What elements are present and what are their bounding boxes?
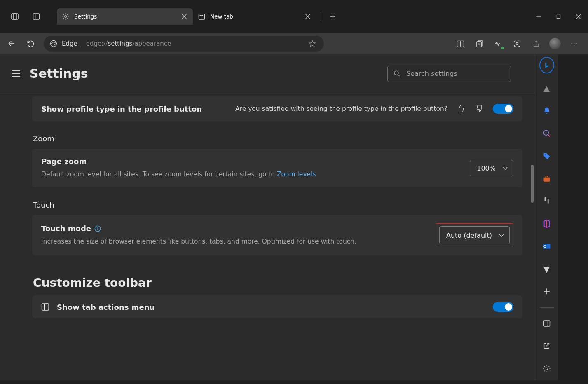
chevron-down-icon [499, 232, 504, 238]
search-icon [394, 70, 401, 77]
edge-sidebar: ▲ ▼ [535, 54, 558, 380]
sidebar-panel-icon[interactable] [539, 317, 554, 330]
scrollbar-thumb[interactable] [531, 165, 534, 203]
omnibox-url: edge://settings/appearance [86, 40, 171, 47]
zoom-dropdown[interactable]: 100% [470, 160, 513, 176]
games-icon[interactable] [539, 194, 554, 208]
setting-title: Page zoom [41, 157, 316, 166]
edge-logo-icon [49, 40, 58, 48]
svg-rect-2 [33, 14, 40, 19]
microsoft365-icon[interactable] [539, 217, 554, 231]
more-menu-icon[interactable] [566, 35, 582, 52]
tab-settings[interactable]: Settings [57, 8, 193, 25]
section-customize-toolbar: Customize toolbar [33, 276, 522, 290]
add-sidebar-icon[interactable] [539, 285, 554, 298]
svg-point-30 [576, 43, 576, 44]
tab-strip: Settings New tab [0, 0, 588, 33]
window-minimize-button[interactable] [529, 7, 548, 26]
search-sidebar-icon[interactable] [539, 127, 554, 140]
svg-point-29 [574, 43, 574, 44]
omnibox-separator [82, 40, 82, 47]
info-icon[interactable] [94, 225, 102, 233]
svg-point-46 [547, 199, 548, 200]
bing-chat-icon[interactable] [539, 58, 554, 73]
briefcase-icon[interactable] [539, 172, 554, 185]
svg-rect-7 [199, 14, 204, 19]
tab-title: New tab [210, 13, 299, 20]
setting-description: Default zoom level for all sites. To see… [41, 170, 316, 179]
svg-point-28 [572, 43, 572, 44]
svg-point-37 [98, 227, 98, 227]
outlook-icon[interactable] [539, 239, 554, 253]
window-maximize-button[interactable] [548, 7, 568, 26]
svg-line-35 [398, 75, 400, 76]
svg-rect-0 [12, 14, 16, 19]
svg-rect-52 [543, 321, 550, 326]
back-button[interactable] [3, 35, 20, 52]
search-placeholder: Search settings [406, 70, 457, 77]
close-icon[interactable] [304, 13, 312, 20]
window-close-button[interactable] [568, 7, 588, 26]
new-tab-button[interactable] [326, 9, 340, 23]
hamburger-icon[interactable] [12, 70, 21, 77]
setting-profile-type: Show profile type in the profile button … [32, 96, 522, 121]
svg-rect-39 [42, 304, 49, 310]
vertical-tabs-icon[interactable] [27, 7, 45, 26]
tab-title: Settings [74, 13, 176, 20]
expand-icon[interactable]: ▼ [539, 262, 554, 276]
close-icon[interactable] [180, 13, 188, 20]
svg-point-8 [200, 15, 200, 16]
setting-title: Show tab actions menu [57, 303, 155, 311]
profile-button[interactable] [547, 35, 563, 52]
favorite-star-icon[interactable] [307, 35, 318, 52]
svg-rect-44 [543, 177, 550, 181]
zoom-levels-link[interactable]: Zoom levels [277, 171, 316, 178]
highlighted-control: Auto (default) [436, 223, 513, 247]
svg-point-10 [202, 15, 202, 16]
svg-point-54 [546, 368, 548, 370]
collections-icon[interactable] [471, 35, 487, 52]
thumbs-up-icon[interactable] [455, 103, 466, 115]
refresh-button[interactable] [22, 35, 39, 52]
performance-icon[interactable] [490, 35, 506, 52]
svg-point-34 [394, 71, 398, 75]
share-icon[interactable] [528, 35, 544, 52]
svg-point-41 [543, 130, 548, 135]
shopping-tag-icon[interactable] [539, 149, 554, 163]
svg-rect-16 [557, 15, 560, 18]
search-input[interactable]: Search settings [387, 66, 511, 82]
address-bar[interactable]: Edge edge://settings/appearance [44, 36, 324, 52]
chevron-down-icon [502, 165, 508, 171]
svg-line-42 [548, 134, 550, 136]
section-zoom: Zoom [33, 134, 522, 143]
newtab-page-icon [198, 13, 205, 20]
omnibox-prefix: Edge [62, 40, 77, 47]
page-title: Settings [30, 66, 88, 81]
svg-point-20 [51, 41, 57, 47]
tab-separator [320, 12, 320, 21]
dropdown-value: Auto (default) [446, 232, 492, 239]
sidebar-divider [540, 307, 554, 308]
svg-rect-1 [13, 14, 18, 19]
dropdown-value: 100% [477, 164, 496, 172]
setting-description: Increases the size of browser elements l… [41, 237, 428, 246]
svg-point-4 [65, 16, 67, 18]
thumbs-down-icon[interactable] [474, 103, 485, 115]
setting-page-zoom: Page zoom Default zoom level for all sit… [32, 149, 522, 187]
split-screen-icon[interactable] [452, 35, 469, 52]
toggle-profile-type[interactable] [493, 104, 513, 114]
svg-point-27 [516, 43, 518, 45]
external-link-icon[interactable] [539, 340, 554, 353]
settings-header: Settings Search settings [0, 54, 535, 93]
sidebar-settings-icon[interactable] [539, 362, 554, 375]
collapse-icon[interactable]: ▲ [539, 82, 554, 95]
tab-actions-icon[interactable] [6, 7, 24, 26]
toggle-tab-actions[interactable] [493, 302, 513, 312]
touch-mode-dropdown[interactable]: Auto (default) [439, 226, 510, 244]
setting-touch-mode: Touch mode Increases the size of browser… [32, 215, 522, 255]
tab-newtab[interactable]: New tab [193, 8, 316, 25]
settings-page: Settings Search settings Show profile ty… [0, 54, 535, 380]
screenshot-icon[interactable] [509, 35, 525, 52]
browser-toolbar: Edge edge://settings/appearance [0, 33, 588, 54]
notification-bell-icon[interactable] [539, 104, 554, 118]
